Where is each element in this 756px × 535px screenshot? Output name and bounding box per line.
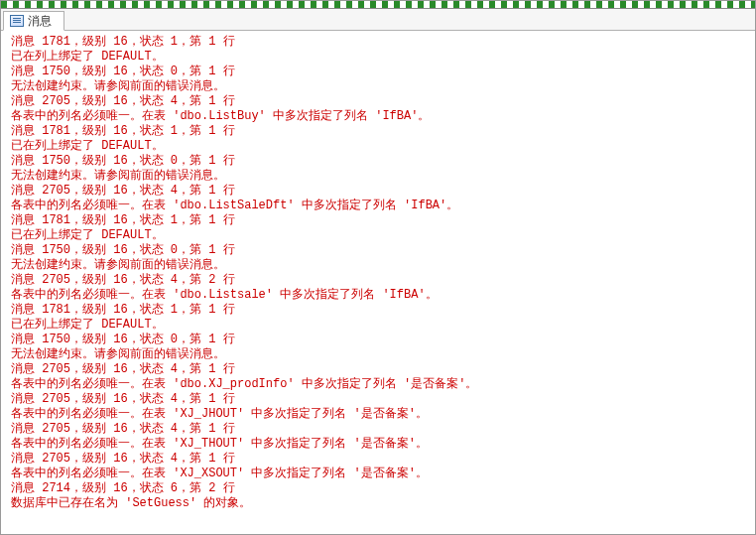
message-line: 已在列上绑定了 DEFAULT。 bbox=[11, 50, 745, 65]
message-line: 各表中的列名必须唯一。在表 'dbo.ListSaleDft' 中多次指定了列名… bbox=[11, 199, 745, 213]
message-line: 消息 2705，级别 16，状态 4，第 1 行 bbox=[11, 362, 745, 377]
message-line: 消息 2714，级别 16，状态 6，第 2 行 bbox=[11, 481, 745, 496]
message-line: 各表中的列名必须唯一。在表 'dbo.ListBuy' 中多次指定了列名 'If… bbox=[11, 109, 745, 124]
table-icon bbox=[10, 15, 24, 27]
message-line: 消息 1750，级别 16，状态 0，第 1 行 bbox=[11, 154, 745, 169]
tab-strip: 消息 bbox=[1, 9, 755, 31]
message-line: 消息 2705，级别 16，状态 4，第 1 行 bbox=[11, 392, 745, 407]
message-line: 已在列上绑定了 DEFAULT。 bbox=[11, 139, 745, 154]
message-line: 数据库中已存在名为 'SetGuess' 的对象。 bbox=[11, 496, 745, 511]
message-line: 消息 2705，级别 16，状态 4，第 1 行 bbox=[11, 422, 745, 437]
message-line: 消息 1781，级别 16，状态 1，第 1 行 bbox=[11, 124, 745, 139]
tab-label: 消息 bbox=[28, 13, 52, 30]
message-line: 消息 1781，级别 16，状态 1，第 1 行 bbox=[11, 35, 745, 50]
message-line: 无法创建约束。请参阅前面的错误消息。 bbox=[11, 258, 745, 273]
message-line: 消息 1750，级别 16，状态 0，第 1 行 bbox=[11, 65, 745, 79]
message-line: 已在列上绑定了 DEFAULT。 bbox=[11, 318, 745, 333]
message-line: 各表中的列名必须唯一。在表 'dbo.XJ_prodInfo' 中多次指定了列名… bbox=[11, 377, 745, 392]
message-line: 消息 1781，级别 16，状态 1，第 1 行 bbox=[11, 303, 745, 318]
message-line: 各表中的列名必须唯一。在表 'XJ_JHOUT' 中多次指定了列名 '是否备案'… bbox=[11, 407, 745, 422]
message-line: 消息 1750，级别 16，状态 0，第 1 行 bbox=[11, 333, 745, 347]
progress-stripe bbox=[1, 1, 755, 9]
message-line: 无法创建约束。请参阅前面的错误消息。 bbox=[11, 79, 745, 94]
message-line: 各表中的列名必须唯一。在表 'XJ_XSOUT' 中多次指定了列名 '是否备案'… bbox=[11, 467, 745, 481]
message-line: 无法创建约束。请参阅前面的错误消息。 bbox=[11, 347, 745, 362]
message-line: 消息 2705，级别 16，状态 4，第 1 行 bbox=[11, 184, 745, 199]
message-line: 消息 2705，级别 16，状态 4，第 2 行 bbox=[11, 273, 745, 288]
tab-messages[interactable]: 消息 bbox=[3, 11, 64, 31]
message-line: 消息 1750，级别 16，状态 0，第 1 行 bbox=[11, 243, 745, 258]
message-line: 各表中的列名必须唯一。在表 'dbo.Listsale' 中多次指定了列名 'I… bbox=[11, 288, 745, 303]
message-line: 各表中的列名必须唯一。在表 'XJ_THOUT' 中多次指定了列名 '是否备案'… bbox=[11, 437, 745, 452]
message-line: 消息 2705，级别 16，状态 4，第 1 行 bbox=[11, 94, 745, 109]
message-line: 无法创建约束。请参阅前面的错误消息。 bbox=[11, 169, 745, 184]
messages-pane[interactable]: 消息 1781，级别 16，状态 1，第 1 行已在列上绑定了 DEFAULT。… bbox=[1, 31, 755, 535]
message-line: 消息 1781，级别 16，状态 1，第 1 行 bbox=[11, 213, 745, 228]
message-line: 已在列上绑定了 DEFAULT。 bbox=[11, 228, 745, 243]
message-line: 消息 2705，级别 16，状态 4，第 1 行 bbox=[11, 452, 745, 467]
